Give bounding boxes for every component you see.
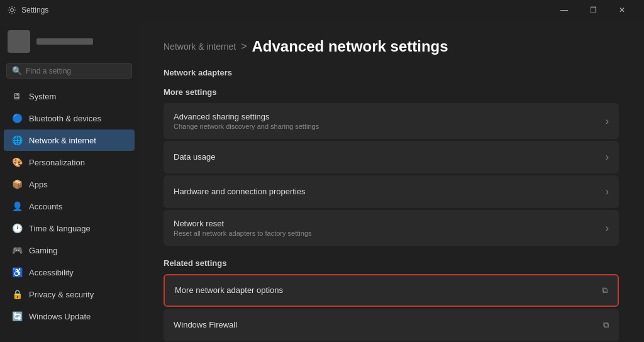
sidebar-item-label: Personalization xyxy=(29,158,85,167)
sidebar-item-bluetooth[interactable]: 🔵 Bluetooth & devices xyxy=(4,108,135,129)
sidebar-item-gaming[interactable]: 🎮 Gaming xyxy=(4,240,135,261)
user-name-placeholder xyxy=(36,38,93,45)
page-title: Advanced network settings xyxy=(252,38,448,55)
settings-item-network-reset[interactable]: Network reset Reset all network adapters… xyxy=(164,210,619,246)
related-settings-group: Related settings More network adapter op… xyxy=(164,258,619,341)
sidebar-item-label: Accessibility xyxy=(29,268,74,277)
sidebar-item-label: Accounts xyxy=(29,202,62,211)
search-input[interactable] xyxy=(26,67,126,75)
settings-item-subtitle: Reset all network adapters to factory se… xyxy=(174,229,606,237)
user-area xyxy=(0,25,138,60)
sidebar-item-label: Gaming xyxy=(29,246,58,255)
sidebar-item-privacy[interactable]: 🔒 Privacy & security xyxy=(4,284,135,305)
app-body: 🔍 🖥 System 🔵 Bluetooth & devices 🌐 Netwo… xyxy=(0,20,644,342)
more-settings-group: More settings Advanced sharing settings … xyxy=(164,87,619,246)
titlebar: Settings — ❐ ✕ xyxy=(0,0,644,20)
settings-item-title: Hardware and connection properties xyxy=(174,187,606,196)
bluetooth-icon: 🔵 xyxy=(11,113,23,124)
external-link-icon: ⧉ xyxy=(602,285,608,295)
related-settings-label: Related settings xyxy=(164,258,619,268)
settings-item-text: Network reset Reset all network adapters… xyxy=(174,219,606,237)
sidebar-item-system[interactable]: 🖥 System xyxy=(4,86,135,107)
titlebar-left: Settings xyxy=(8,6,48,14)
avatar xyxy=(8,30,30,53)
sidebar-item-label: Network & internet xyxy=(29,136,96,145)
accounts-icon: 👤 xyxy=(11,201,23,212)
breadcrumb-separator: > xyxy=(241,41,247,52)
restore-button[interactable]: ❐ xyxy=(579,0,608,20)
gaming-icon: 🎮 xyxy=(11,245,23,256)
settings-item-text: Data usage xyxy=(174,152,606,163)
sidebar-item-apps[interactable]: 📦 Apps xyxy=(4,174,135,195)
accessibility-icon: ♿ xyxy=(11,267,23,278)
content-area: Network & internet > Advanced network se… xyxy=(138,20,644,342)
settings-item-title: Network reset xyxy=(174,219,606,228)
settings-item-data-usage[interactable]: Data usage › xyxy=(164,141,619,174)
settings-item-title: Windows Firewall xyxy=(174,320,603,329)
sidebar-item-time[interactable]: 🕐 Time & language xyxy=(4,218,135,239)
system-icon: 🖥 xyxy=(11,91,23,102)
chevron-right-icon: › xyxy=(606,116,609,127)
settings-item-advanced-sharing[interactable]: Advanced sharing settings Change network… xyxy=(164,103,619,139)
minimize-button[interactable]: — xyxy=(550,0,579,20)
settings-item-text: Advanced sharing settings Change network… xyxy=(174,112,606,130)
sidebar-item-label: System xyxy=(29,92,56,101)
svg-point-0 xyxy=(11,9,14,12)
privacy-icon: 🔒 xyxy=(11,289,23,300)
breadcrumb-parent[interactable]: Network & internet xyxy=(164,41,236,52)
breadcrumb: Network & internet > Advanced network se… xyxy=(164,38,619,55)
windows-update-icon: 🔄 xyxy=(11,311,23,322)
close-button[interactable]: ✕ xyxy=(608,0,636,20)
titlebar-title: Settings xyxy=(21,6,48,14)
settings-item-title: Data usage xyxy=(174,152,606,162)
network-icon: 🌐 xyxy=(11,135,23,146)
settings-item-more-adapter-options[interactable]: More network adapter options ⧉ xyxy=(164,274,619,307)
related-settings-items: More network adapter options ⧉ Windows F… xyxy=(164,274,619,341)
chevron-right-icon: › xyxy=(606,186,609,197)
settings-item-text: Hardware and connection properties xyxy=(174,187,606,197)
search-icon: 🔍 xyxy=(12,66,22,75)
sidebar-item-label: Time & language xyxy=(29,224,91,233)
chevron-right-icon: › xyxy=(606,152,609,163)
settings-item-windows-firewall[interactable]: Windows Firewall ⧉ xyxy=(164,309,619,341)
time-icon: 🕐 xyxy=(11,223,23,234)
sidebar-item-label: Windows Update xyxy=(29,312,91,321)
sidebar-item-label: Apps xyxy=(29,180,48,189)
sidebar-item-network[interactable]: 🌐 Network & internet xyxy=(4,130,135,151)
titlebar-controls: — ❐ ✕ xyxy=(550,0,636,20)
sidebar-item-personalization[interactable]: 🎨 Personalization xyxy=(4,152,135,173)
sidebar-item-windows-update[interactable]: 🔄 Windows Update xyxy=(4,306,135,327)
sidebar-item-accounts[interactable]: 👤 Accounts xyxy=(4,196,135,217)
sidebar-item-label: Privacy & security xyxy=(29,290,94,299)
network-adapters-section: Network adapters xyxy=(164,68,619,77)
search-box[interactable]: 🔍 xyxy=(6,63,132,79)
settings-item-text: Windows Firewall xyxy=(174,320,603,331)
external-link-icon: ⧉ xyxy=(603,320,609,330)
settings-item-subtitle: Change network discovery and sharing set… xyxy=(174,123,606,130)
settings-item-text: More network adapter options xyxy=(175,285,602,296)
personalization-icon: 🎨 xyxy=(11,157,23,168)
settings-app-icon xyxy=(8,6,16,14)
apps-icon: 📦 xyxy=(11,179,23,190)
settings-item-hardware-connection[interactable]: Hardware and connection properties › xyxy=(164,175,619,208)
nav-items: 🖥 System 🔵 Bluetooth & devices 🌐 Network… xyxy=(0,85,138,328)
settings-item-title: More network adapter options xyxy=(175,285,602,295)
sidebar-item-accessibility[interactable]: ♿ Accessibility xyxy=(4,262,135,283)
chevron-right-icon: › xyxy=(606,223,609,234)
sidebar-item-label: Bluetooth & devices xyxy=(29,114,101,123)
sidebar: 🔍 🖥 System 🔵 Bluetooth & devices 🌐 Netwo… xyxy=(0,20,138,342)
network-adapters-label: Network adapters xyxy=(164,68,619,77)
more-settings-label: More settings xyxy=(164,87,619,97)
settings-item-title: Advanced sharing settings xyxy=(174,112,606,121)
more-settings-items: Advanced sharing settings Change network… xyxy=(164,103,619,246)
